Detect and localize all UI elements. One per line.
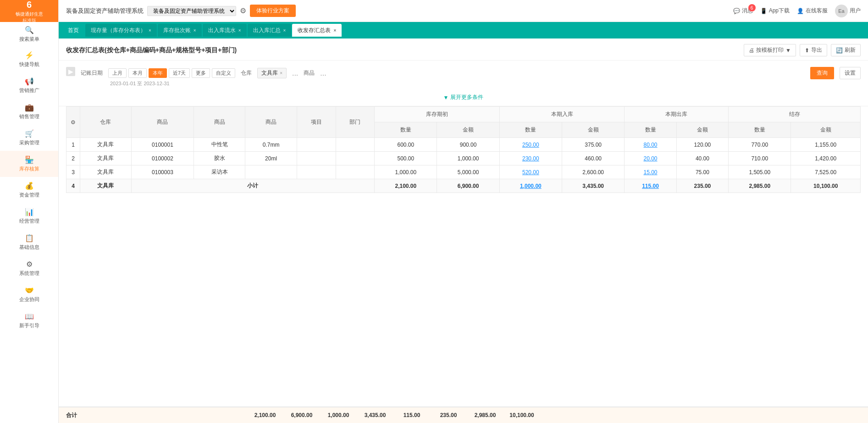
col-open-amt: 金额 xyxy=(437,122,499,138)
last-year-btn[interactable]: 上月 xyxy=(108,68,127,78)
app-download-item[interactable]: 📱 App下载 xyxy=(760,7,790,15)
col-name: 商品 xyxy=(194,107,245,138)
row3-open-amt: 5,000.00 xyxy=(437,165,499,179)
col-project: 项目 xyxy=(297,107,336,138)
tab-inout-summary-close[interactable]: × xyxy=(283,28,286,33)
row2-in-qty[interactable]: 230.00 xyxy=(499,152,562,165)
user-item[interactable]: Ea 用户 xyxy=(835,5,861,17)
total-in-amt: 3,435.00 xyxy=(357,410,393,420)
tab-recv-send[interactable]: 收发存汇总表 × xyxy=(292,24,342,37)
subtotal-no: 4 xyxy=(66,179,80,193)
col-open-qty: 数量 xyxy=(375,122,437,138)
row1-out-qty[interactable]: 80.00 xyxy=(625,138,676,152)
this-month-btn[interactable]: 本月 xyxy=(128,68,147,78)
row2-open-qty: 500.00 xyxy=(375,152,437,165)
total-out-qty: 115.00 xyxy=(393,410,430,420)
warehouse-more-btn[interactable]: ... xyxy=(292,69,298,77)
warehouse-tag-close[interactable]: × xyxy=(280,71,282,76)
sidebar-item-purchase[interactable]: 🛒 采购管理 xyxy=(0,125,58,151)
page-actions: 🖨 按模板打印 ▼ ⬆ 导出 🔄 刷新 xyxy=(744,44,861,56)
sidebar-item-quicknav[interactable]: ⚡ 快捷导航 xyxy=(0,46,58,72)
sidebar-item-finance[interactable]: 💰 资金管理 xyxy=(0,177,58,203)
data-table: ⚙ 仓库 商品 商品 商品 项目 部门 库存期初 本期入库 本期出库 结存 xyxy=(66,106,861,193)
sidebar-item-collab[interactable]: 🤝 企业协同 xyxy=(0,281,58,308)
row1-out-amt: 120.00 xyxy=(676,138,728,152)
newbie-icon: 📖 xyxy=(25,312,34,321)
row3-open-qty: 1,000.00 xyxy=(375,165,437,179)
subtotal-open-amt: 6,900.00 xyxy=(437,179,499,193)
sidebar-item-system[interactable]: ⚙ 系统管理 xyxy=(0,255,58,281)
sidebar-item-search[interactable]: 🔍 搜索菜单 xyxy=(0,22,58,46)
warehouse-tag-text: 文具库 xyxy=(261,69,278,77)
top-header: 装备及固定资产辅助管理系统 装备及固定资产辅助管理系统 ⚙ 体验行业方案 💬 消… xyxy=(59,0,868,22)
row3-close-amt: 7,525.00 xyxy=(791,165,861,179)
tab-inventory-dist[interactable]: 现存量（库存分布表） × xyxy=(85,24,157,37)
tab-inout-flow-close[interactable]: × xyxy=(238,28,241,33)
print-dropdown-icon: ▼ xyxy=(785,47,791,54)
row1-warehouse: 文具库 xyxy=(80,138,132,152)
subtotal-open-qty: 2,100.00 xyxy=(375,179,437,193)
row3-in-qty[interactable]: 520.00 xyxy=(499,165,562,179)
sidebar-label-operations: 经营管理 xyxy=(19,218,39,225)
row1-close-amt: 1,155.00 xyxy=(791,138,861,152)
sidebar-item-marketing[interactable]: 📢 营销推广 xyxy=(0,72,58,99)
tab-inventory-dist-close[interactable]: × xyxy=(149,28,151,33)
subtotal-out-amt: 235.00 xyxy=(676,179,728,193)
basic-icon: 📋 xyxy=(25,234,34,242)
row1-in-amt: 375.00 xyxy=(562,138,625,152)
date-label: 记账日期 xyxy=(81,69,103,77)
sidebar-item-operations[interactable]: 📊 经营管理 xyxy=(0,203,58,229)
col-opening-group: 库存期初 xyxy=(375,107,500,122)
sidebar-label-sales: 销售管理 xyxy=(19,113,39,120)
tab-inout-flow[interactable]: 出入库流水 × xyxy=(203,24,247,37)
system-select[interactable]: 装备及固定资产辅助管理系统 xyxy=(147,6,236,16)
query-button[interactable]: 查询 xyxy=(810,67,834,79)
export-button[interactable]: ⬆ 导出 xyxy=(800,44,827,56)
row2-no: 2 xyxy=(66,152,80,165)
more-btn[interactable]: 更多 xyxy=(192,68,210,78)
row3-out-qty[interactable]: 15.00 xyxy=(625,165,676,179)
app-logo: 6 畅捷通好生意 标准版 xyxy=(0,0,58,22)
settings-icon[interactable]: ⚙ xyxy=(240,6,246,15)
last7-btn[interactable]: 近7天 xyxy=(169,68,190,78)
trial-button[interactable]: 体验行业方案 xyxy=(250,5,296,17)
col-in-amt: 金额 xyxy=(562,122,625,138)
print-button[interactable]: 🖨 按模板打印 ▼ xyxy=(744,44,796,56)
goods-more-btn[interactable]: ... xyxy=(320,69,326,77)
settings-btn[interactable]: 设置 xyxy=(840,67,861,79)
filter-collapse-btn[interactable]: ▶ xyxy=(66,67,75,76)
online-service-item[interactable]: 👤 在线客服 xyxy=(797,7,828,15)
col-settings[interactable]: ⚙ xyxy=(66,107,80,138)
sidebar-item-basic[interactable]: 📋 基础信息 xyxy=(0,229,58,255)
sidebar-item-newbie[interactable]: 📖 新手引导 xyxy=(0,308,58,334)
tab-inout-summary[interactable]: 出入库汇总 × xyxy=(248,24,292,37)
refresh-label: 刷新 xyxy=(845,46,856,54)
subtotal-in-qty[interactable]: 1,000.00 xyxy=(499,179,562,193)
expand-btn[interactable]: ▼ 展开更多条件 xyxy=(443,93,484,101)
row1-open-qty: 600.00 xyxy=(375,138,437,152)
col-out-group: 本期出库 xyxy=(625,107,729,122)
subtotal-out-qty[interactable]: 115.00 xyxy=(625,179,676,193)
sidebar-label-system: 系统管理 xyxy=(19,270,39,277)
user-label: 用户 xyxy=(850,7,861,15)
expand-icon: ▼ xyxy=(443,94,449,101)
tab-home[interactable]: 首页 xyxy=(62,24,84,37)
tab-batch[interactable]: 库存批次账 × xyxy=(158,24,202,37)
this-year-btn[interactable]: 本年 xyxy=(149,68,167,78)
row3-out-amt: 75.00 xyxy=(676,165,728,179)
custom-btn[interactable]: 自定义 xyxy=(212,68,235,78)
row1-in-qty[interactable]: 250.00 xyxy=(499,138,562,152)
tab-recv-send-close[interactable]: × xyxy=(333,28,336,33)
messages-item[interactable]: 💬 消息 6 xyxy=(733,7,753,15)
row2-out-qty[interactable]: 20.00 xyxy=(625,152,676,165)
search-icon: 🔍 xyxy=(25,26,34,34)
date-range: 2023-01-01 至 2023-12-31 xyxy=(110,80,170,87)
sidebar-item-inventory[interactable]: 🏪 库存核算 xyxy=(0,151,58,177)
sidebar-item-sales[interactable]: 💼 销售管理 xyxy=(0,99,58,125)
quicknav-icon: ⚡ xyxy=(25,51,34,60)
refresh-button[interactable]: 🔄 刷新 xyxy=(831,44,861,56)
service-icon: 👤 xyxy=(797,8,804,14)
col-out-amt: 金额 xyxy=(676,122,728,138)
phone-icon: 📱 xyxy=(760,8,767,14)
tab-batch-close[interactable]: × xyxy=(194,28,196,33)
